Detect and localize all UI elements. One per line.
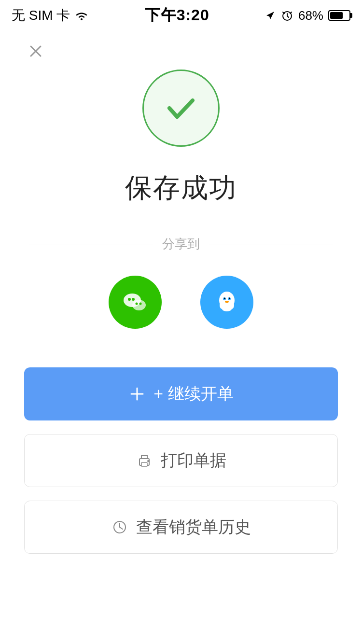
svg-point-19: [147, 460, 149, 462]
main-content: 保存成功 分享到: [0, 31, 362, 567]
share-divider: 分享到: [0, 236, 362, 252]
history-button[interactable]: 查看销货单历史: [24, 501, 338, 554]
svg-point-10: [220, 301, 224, 309]
svg-point-6: [136, 303, 138, 305]
wechat-share-button[interactable]: [109, 276, 162, 329]
svg-point-5: [132, 298, 135, 301]
plus-icon: [128, 385, 146, 403]
share-row: [109, 276, 253, 329]
share-label: 分享到: [162, 236, 200, 252]
clock-icon: [111, 518, 128, 536]
close-icon: [27, 42, 44, 60]
svg-point-7: [139, 303, 142, 305]
printer-icon: [136, 452, 153, 469]
battery-icon: [328, 10, 350, 21]
divider-left: [29, 244, 153, 244]
svg-point-14: [224, 298, 225, 299]
status-bar: 无 SIM 卡 下午3:20 68%: [0, 0, 362, 31]
print-label: 打印单据: [161, 449, 226, 472]
status-right: 68%: [265, 8, 350, 23]
continue-label: + 继续开单: [153, 383, 233, 405]
wifi-icon: [74, 10, 89, 21]
sim-label: 无 SIM 卡: [12, 6, 70, 25]
battery-percent: 68%: [298, 8, 323, 23]
status-left: 无 SIM 卡: [12, 6, 89, 25]
success-circle: [142, 70, 220, 147]
alarm-icon: [281, 9, 293, 22]
continue-button[interactable]: + 继续开单: [24, 367, 338, 420]
status-time: 下午3:20: [145, 5, 209, 26]
success-title: 保存成功: [125, 170, 237, 207]
close-button[interactable]: [23, 39, 48, 64]
svg-point-16: [225, 301, 229, 303]
divider-right: [209, 244, 333, 244]
svg-point-4: [128, 298, 131, 301]
location-icon: [265, 10, 276, 21]
svg-point-3: [132, 300, 146, 310]
qq-icon: [211, 287, 242, 318]
qq-share-button[interactable]: [200, 276, 253, 329]
svg-point-0: [81, 18, 83, 20]
checkmark-icon: [162, 89, 200, 127]
print-button[interactable]: 打印单据: [24, 434, 338, 487]
history-label: 查看销货单历史: [136, 516, 251, 538]
svg-point-15: [229, 298, 230, 299]
svg-rect-18: [141, 462, 147, 466]
svg-point-11: [229, 301, 234, 309]
wechat-icon: [120, 287, 151, 318]
